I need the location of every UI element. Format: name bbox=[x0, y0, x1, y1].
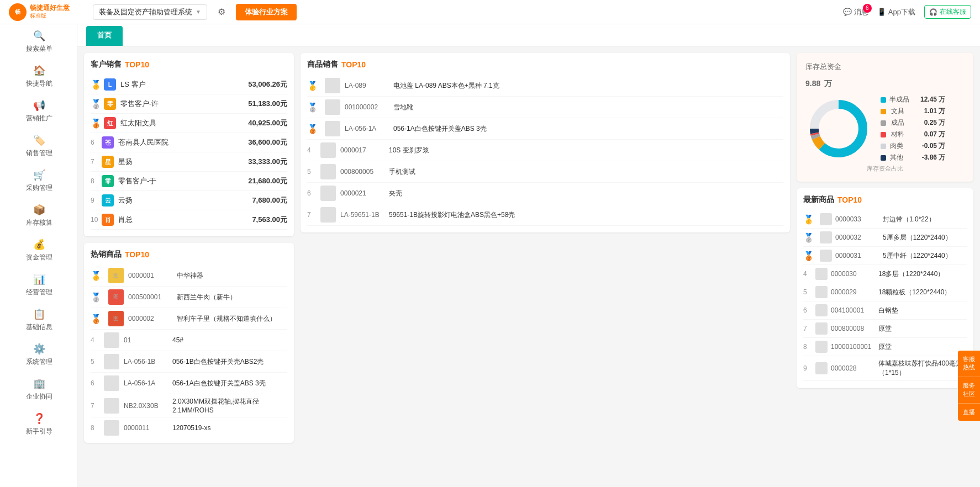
sidebar-label-finance: 资金管理 bbox=[26, 253, 52, 262]
newest-products-title: 最新商品 TOP10 bbox=[803, 195, 967, 205]
settings-icon[interactable]: ⚙ bbox=[214, 4, 229, 20]
product-thumbnail bbox=[320, 142, 336, 158]
customer-service-button[interactable]: 客服热线 bbox=[958, 351, 980, 377]
home-icon: 🏠 bbox=[33, 65, 45, 77]
newest-product-row: 6 004100001 白钢垫 bbox=[803, 301, 967, 320]
sidebar-item-guide[interactable]: ❓ 新手引导 bbox=[0, 407, 77, 442]
online-service-button[interactable]: 🎧 在线客服 bbox=[924, 5, 971, 19]
right-column: 库存总资金 9.88 万 bbox=[797, 53, 973, 480]
legend-color-dot bbox=[881, 155, 886, 161]
newest-product-row: 10 003800001 22g鱼豆腐·烧烤味（1*12*20） bbox=[803, 381, 967, 382]
finance-icon: 💰 bbox=[33, 239, 45, 251]
product-thumbnail bbox=[820, 213, 832, 225]
product-thumbnail bbox=[820, 250, 832, 262]
sidebar-label-enterprise: 企业协同 bbox=[26, 392, 52, 401]
customer-rank-row: 9 云 云扬 7,680.00元 bbox=[91, 191, 287, 210]
marketing-icon: 📢 bbox=[33, 99, 45, 112]
sidebar-item-basic[interactable]: 📋 基础信息 bbox=[0, 303, 77, 337]
rank-number: 8 bbox=[91, 424, 99, 432]
product-thumbnail: 图 bbox=[108, 311, 124, 326]
product-name: 手机测试 bbox=[389, 167, 783, 177]
product-sale-row: 7 LA-59651-1B 59651-1B旋转投影灯电池盒ABS黑色+58壳 bbox=[307, 204, 783, 226]
sidebar-label-guide: 新手引导 bbox=[26, 427, 52, 436]
product-name: 056-1A白色按键开关盖ABS 3壳 bbox=[172, 379, 287, 388]
hot-product-row: 4 01 45# bbox=[91, 330, 287, 351]
float-buttons: 客服热线 服务社区 直播 bbox=[958, 351, 980, 421]
inventory-legend: 半成品 12.45 万 文具 1.01 万 成品 0 bbox=[881, 95, 945, 162]
product-thumbnail bbox=[815, 286, 828, 298]
product-sale-row: 4 0000017 10S 变刹罗浆 bbox=[307, 140, 783, 161]
product-thumbnail bbox=[320, 186, 336, 201]
sidebar-item-operation[interactable]: 📊 经营管理 bbox=[0, 268, 77, 303]
sidebar-item-purchase[interactable]: 🛒 采购管理 bbox=[0, 163, 77, 198]
inventory-icon: 📦 bbox=[33, 204, 45, 216]
sidebar-item-inventory[interactable]: 📦 库存核算 bbox=[0, 198, 77, 233]
silver-medal-icon: 🥈 bbox=[91, 99, 102, 109]
product-sales-title: 商品销售 TOP10 bbox=[307, 60, 783, 70]
newest-product-row: 🥇 0000033 封边带（1.0*22） bbox=[803, 210, 967, 229]
customer-badge: 苍 bbox=[102, 136, 114, 149]
product-code: LA-056-1A bbox=[345, 125, 389, 133]
product-name: 45# bbox=[172, 336, 287, 344]
legend-label: 材料 bbox=[891, 130, 919, 139]
product-name: 10S 变刹罗浆 bbox=[389, 146, 783, 155]
legend-color-dot bbox=[881, 97, 886, 103]
left-column: 客户销售 TOP10 🥇 L LS 客户 53,006.26元 bbox=[84, 53, 294, 480]
sidebar-label-marketing: 营销推广 bbox=[26, 114, 52, 123]
system-selector[interactable]: 装备及固定资产辅助管理系统 ▼ bbox=[93, 4, 207, 20]
sidebar-item-enterprise[interactable]: 🏢 企业协同 bbox=[0, 372, 77, 407]
product-thumbnail bbox=[104, 420, 119, 436]
service-community-button[interactable]: 服务社区 bbox=[958, 377, 980, 404]
product-code: LA-056-1A bbox=[124, 379, 168, 387]
logo-badge: 标准版 bbox=[30, 12, 70, 20]
product-code: NB2.0X30B bbox=[124, 402, 168, 410]
product-name: 中华神器 bbox=[177, 271, 287, 280]
product-code: 0000031 bbox=[835, 252, 879, 260]
legend-color-dot bbox=[881, 132, 886, 137]
sidebar-item-sales[interactable]: 🏷️ 销售管理 bbox=[0, 129, 77, 163]
customer-badge: 红 bbox=[104, 117, 116, 129]
product-code: 0000029 bbox=[831, 288, 875, 296]
app-download-button[interactable]: 📱 App下载 bbox=[877, 7, 915, 17]
customer-rank-row: 🥉 红 红太阳文具 40,925.00元 bbox=[91, 114, 287, 133]
sidebar-item-finance[interactable]: 💰 资金管理 bbox=[0, 233, 77, 268]
newest-product-row: 4 0000030 18多层（1220*2440） bbox=[803, 265, 967, 283]
sidebar-item-quicknav[interactable]: 🏠 快捷导航 bbox=[0, 59, 77, 94]
product-thumbnail bbox=[104, 375, 119, 391]
product-name: 18颗粒板（1220*2440） bbox=[878, 288, 967, 297]
app-label: App下载 bbox=[888, 7, 915, 17]
product-thumbnail bbox=[320, 207, 336, 223]
sidebar-item-marketing[interactable]: 📢 营销推广 bbox=[0, 94, 77, 129]
product-code: 01 bbox=[124, 336, 168, 344]
product-thumbnail bbox=[325, 78, 340, 93]
product-code: 0000028 bbox=[831, 364, 875, 372]
product-name: 原堂 bbox=[878, 324, 967, 334]
customer-name: 零售客户-于 bbox=[118, 176, 248, 186]
hot-products-card: 热销商品 TOP10 🥇 图 0000001 中华神器 🥈 图 bbox=[84, 243, 294, 443]
top-bar: 畅 畅捷通好生意 标准版 装备及固定资产辅助管理系统 ▼ ⚙ 体验行业方案 💬 … bbox=[0, 0, 980, 24]
sidebar-item-system[interactable]: ⚙️ 系统管理 bbox=[0, 337, 77, 372]
message-button[interactable]: 💬 消息 6 bbox=[843, 7, 868, 17]
product-sale-row: 6 0000021 夹壳 bbox=[307, 183, 783, 204]
product-code: 0000011 bbox=[124, 424, 168, 432]
logo-area: 畅 畅捷通好生意 标准版 bbox=[9, 3, 86, 21]
customer-badge: 星 bbox=[102, 156, 114, 168]
newest-product-row: 🥈 0000032 5厘多层（1220*2440） bbox=[803, 229, 967, 247]
legend-value: 0.25 万 bbox=[924, 118, 946, 128]
product-code: 000800005 bbox=[340, 168, 384, 176]
legend-color-dot bbox=[881, 120, 886, 126]
live-stream-button[interactable]: 直播 bbox=[958, 404, 980, 421]
logo-text: 畅捷通好生意 bbox=[30, 4, 70, 13]
product-name: 12070519-xs bbox=[172, 424, 287, 432]
rank-number: 4 bbox=[307, 146, 316, 154]
message-badge: 6 bbox=[863, 4, 872, 13]
sidebar-label-system: 系统管理 bbox=[26, 357, 52, 367]
trial-button[interactable]: 体验行业方案 bbox=[236, 4, 297, 20]
content-area: 客户销售 TOP10 🥇 L LS 客户 53,006.26元 bbox=[77, 46, 980, 487]
customer-name: 肖总 bbox=[118, 215, 252, 225]
customer-amount: 7,680.00元 bbox=[252, 195, 287, 205]
rank-number: 7 bbox=[91, 158, 102, 166]
tab-home[interactable]: 首页 bbox=[86, 26, 123, 46]
sidebar-item-search[interactable]: 🔍 搜索菜单 bbox=[0, 24, 77, 59]
donut-chart bbox=[805, 96, 872, 162]
